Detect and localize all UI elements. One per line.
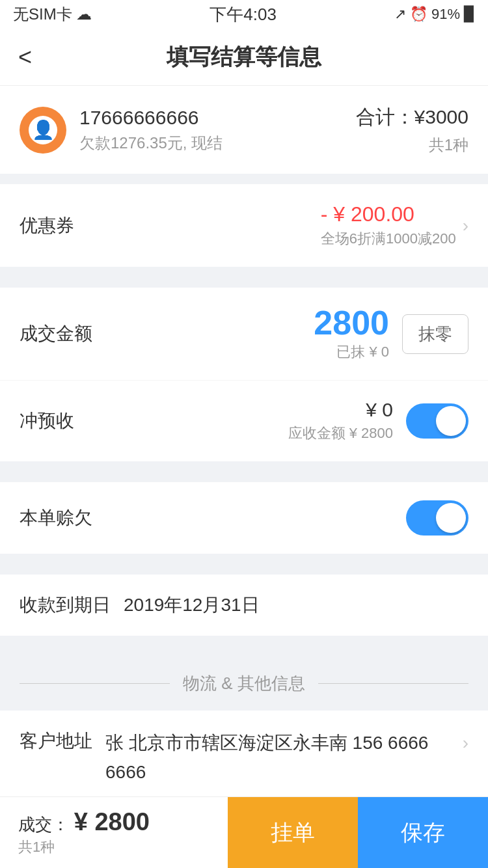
customer-info: 17666666666 欠款1276.35元, 现结	[79, 107, 223, 154]
item-count: 共1种	[356, 135, 468, 156]
bottom-label: 成交：	[18, 815, 69, 834]
total-amount: 合计：¥3000	[356, 104, 468, 131]
chevron-right-icon: ›	[463, 215, 468, 236]
customer-phone: 17666666666	[79, 107, 223, 129]
prepay-amount-area: ¥ 0 应收金额 ¥ 2800	[288, 399, 393, 443]
save-button[interactable]: 保存	[358, 797, 488, 869]
sim-label: 无SIM卡 ☁	[13, 4, 92, 25]
status-left: 无SIM卡 ☁	[13, 4, 92, 25]
section-gap-3	[0, 564, 488, 575]
coupon-row[interactable]: 优惠券 - ¥ 200.00 全场6折满1000减200 ›	[0, 184, 488, 267]
coupon-right: - ¥ 200.00 全场6折满1000减200 ›	[321, 202, 468, 249]
address-label: 客户地址	[20, 729, 92, 753]
content-area: 👤 17666666666 欠款1276.35元, 现结 合计：¥3000 共1…	[0, 86, 488, 868]
coupon-label: 优惠券	[20, 213, 74, 238]
status-right: ↗ ⏰ 91% ▉	[394, 6, 475, 23]
prepay-right: ¥ 0 应收金额 ¥ 2800	[288, 399, 468, 443]
prepay-label: 冲预收	[20, 409, 74, 433]
logistics-section-header: 物流 & 其他信息	[0, 657, 488, 711]
coupon-value-area: - ¥ 200.00 全场6折满1000减200	[321, 202, 456, 249]
prepay-toggle[interactable]	[406, 403, 468, 439]
header-line-left	[20, 683, 170, 684]
customer-card: 👤 17666666666 欠款1276.35元, 现结 合计：¥3000 共1…	[0, 86, 488, 174]
debt-toggle[interactable]	[406, 500, 468, 536]
toggle-knob	[436, 406, 466, 436]
battery-label: 91%	[431, 6, 460, 23]
bottom-amount: ¥ 2800	[74, 808, 150, 835]
section-gap-1	[0, 277, 488, 288]
coupon-desc: 全场6折满1000减200	[321, 229, 456, 249]
location-icon: ↗	[394, 6, 406, 23]
address-chevron-icon: ›	[463, 733, 468, 753]
pending-button[interactable]: 挂单	[228, 797, 358, 869]
address-value: 张 北京市市辖区海淀区永丰南 156 6666 6666	[105, 729, 450, 787]
due-date-label: 收款到期日	[20, 593, 111, 617]
page-title: 填写结算等信息	[167, 42, 321, 72]
debt-row: 本单赊欠	[0, 482, 488, 554]
section-gap-2	[0, 472, 488, 482]
due-date-row: 收款到期日 2019年12月31日	[0, 575, 488, 636]
nav-bar: < 填写结算等信息	[0, 29, 488, 86]
header-line-right	[318, 683, 468, 684]
bottom-amount-row: 成交： ¥ 2800	[18, 808, 210, 836]
customer-left: 👤 17666666666 欠款1276.35元, 现结	[20, 107, 223, 154]
amount-label: 成交金额	[20, 321, 92, 346]
avatar-icon: 👤	[29, 116, 57, 144]
prepay-amount-value: ¥ 0	[288, 399, 393, 421]
form-section: 成交金额 2800 已抹 ¥ 0 抹零 冲预收 ¥ 0 应收金额 ¥ 2800	[0, 288, 488, 461]
debt-toggle-knob	[436, 503, 466, 533]
battery-icon: ▉	[464, 6, 475, 23]
bottom-count: 共1种	[18, 837, 210, 857]
coupon-discount: - ¥ 200.00	[321, 202, 456, 226]
amount-right: 2800 已抹 ¥ 0 抹零	[314, 306, 468, 362]
address-row[interactable]: 客户地址 张 北京市市辖区海淀区永丰南 156 6666 6666 ›	[0, 711, 488, 806]
customer-right: 合计：¥3000 共1种	[356, 104, 468, 156]
bottom-bar: 成交： ¥ 2800 共1种 挂单 保存	[0, 796, 488, 868]
amount-value-area: 2800 已抹 ¥ 0	[314, 306, 389, 362]
logistics-label: 物流 & 其他信息	[183, 672, 305, 695]
due-date-value: 2019年12月31日	[124, 593, 260, 617]
status-time: 下午4:03	[210, 3, 277, 26]
prepay-sub: 应收金额 ¥ 2800	[288, 424, 393, 443]
status-bar: 无SIM卡 ☁ 下午4:03 ↗ ⏰ 91% ▉	[0, 0, 488, 29]
amount-sub: 已抹 ¥ 0	[314, 342, 389, 362]
debt-label: 本单赊欠	[20, 506, 92, 530]
back-button[interactable]: <	[18, 44, 32, 71]
amount-row: 成交金额 2800 已抹 ¥ 0 抹零	[0, 288, 488, 381]
avatar: 👤	[20, 107, 66, 154]
section-gap-4	[0, 646, 488, 657]
prepay-row: 冲预收 ¥ 0 应收金额 ¥ 2800	[0, 381, 488, 461]
round-button[interactable]: 抹零	[402, 314, 468, 354]
amount-value: 2800	[314, 306, 389, 340]
customer-debt: 欠款1276.35元, 现结	[79, 133, 223, 154]
alarm-icon: ⏰	[410, 6, 427, 23]
bottom-summary: 成交： ¥ 2800 共1种	[0, 808, 228, 857]
